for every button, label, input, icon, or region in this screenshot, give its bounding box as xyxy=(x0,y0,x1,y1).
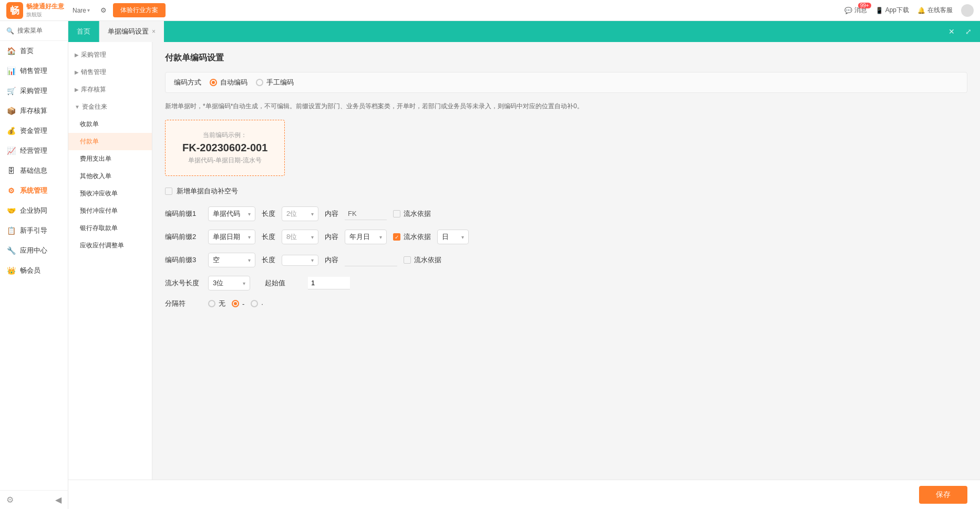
sidebar-item-operations[interactable]: 📈 经营管理 xyxy=(0,141,68,161)
sidebar-item-home[interactable]: 🏠 首页 xyxy=(0,41,68,61)
inventory-icon: 📦 xyxy=(6,106,16,116)
serial-length-row: 流水号长度 3位 ▾ 起始值 xyxy=(165,276,967,290)
chevron-down-icon9: ▾ xyxy=(248,257,251,263)
prefix1-label: 编码前缀1 xyxy=(165,209,202,219)
sidebar-item-finance[interactable]: 💰 资金管理 xyxy=(0,121,68,141)
prefix2-row: 编码前缀2 单据日期 ▾ 长度 8位 ▾ 内容 年月日 ▾ xyxy=(165,230,967,244)
operations-icon: 📈 xyxy=(6,146,16,155)
sec-group-inventory-title[interactable]: ▶ 库存核算 xyxy=(68,81,152,98)
sales-icon: 📊 xyxy=(6,66,16,76)
sep-dot-radio[interactable] xyxy=(251,300,258,307)
settings-bottom-icon[interactable]: ⚙ xyxy=(6,495,14,505)
chevron-down-icon2: ▼ xyxy=(75,104,80,110)
length2-select[interactable]: 8位 ▾ xyxy=(282,230,318,244)
sidebar-item-inventory[interactable]: 📦 库存核算 xyxy=(0,101,68,121)
length1-label: 长度 xyxy=(262,209,275,219)
sep-none-radio-item[interactable]: 无 xyxy=(208,299,225,308)
save-button[interactable]: 保存 xyxy=(919,486,967,504)
length1-select[interactable]: 2位 ▾ xyxy=(282,206,318,221)
prefix3-select[interactable]: 空 ▾ xyxy=(208,253,255,267)
sidebar: 🔍 搜索菜单 🏠 首页 📊 销售管理 🛒 采购管理 📦 库存核算 💰 资金管理 … xyxy=(0,21,68,509)
message-icon: 💬 xyxy=(844,7,852,14)
content1-input[interactable] xyxy=(345,207,387,220)
sep-none-radio[interactable] xyxy=(208,300,215,307)
topbar-right: 💬 消息 99+ 📱 App下载 🔔 在线客服 xyxy=(844,4,974,17)
sep-dash-symbol: - xyxy=(242,300,244,308)
sidebar-item-newguide[interactable]: 📋 新手引导 xyxy=(0,221,68,241)
serial-length-select[interactable]: 3位 ▾ xyxy=(208,276,250,290)
chevron-down-icon6: ▾ xyxy=(311,234,314,240)
content2-select[interactable]: 年月日 ▾ xyxy=(345,230,387,244)
sec-item-prepay-payable[interactable]: 预付冲应付单 xyxy=(68,202,152,220)
tab-close-icon[interactable]: × xyxy=(152,28,156,35)
sec-item-ar-ap-adjust[interactable]: 应收应付调整单 xyxy=(68,237,152,254)
sec-group-purchase-title[interactable]: ▶ 采购管理 xyxy=(68,46,152,64)
example-prefix-label: 当前编码示例： xyxy=(203,131,247,140)
sec-item-expense[interactable]: 费用支出单 xyxy=(68,150,152,168)
sidebar-item-base[interactable]: 🗄 基础信息 xyxy=(0,161,68,181)
serial2-checkbox-row: ✓ 流水依据 xyxy=(393,232,431,242)
length2-label: 长度 xyxy=(262,232,275,242)
system-icon: ⚙ xyxy=(6,186,16,195)
serial2-label: 流水依据 xyxy=(404,232,431,242)
sep-dash-radio-item[interactable]: - xyxy=(232,300,244,308)
manual-encode-radio[interactable] xyxy=(256,79,263,86)
serial1-checkbox[interactable] xyxy=(393,210,400,217)
tab-settings[interactable]: 单据编码设置 × xyxy=(99,21,164,42)
sidebar-item-enterprise[interactable]: 🤝 企业协同 xyxy=(0,201,68,221)
tab-home[interactable]: 首页 xyxy=(68,21,99,42)
save-bar: 保存 xyxy=(68,480,980,509)
sec-item-other-income[interactable]: 其他收入单 xyxy=(68,168,152,185)
sidebar-item-sales[interactable]: 📊 销售管理 xyxy=(0,61,68,81)
prefix1-select[interactable]: 单据代码 ▾ xyxy=(208,206,255,221)
sec-item-bank-deposit[interactable]: 银行存取款单 xyxy=(68,220,152,237)
radio-group-encode: 自动编码 手工编码 xyxy=(210,78,294,87)
serial2-checkbox[interactable]: ✓ xyxy=(393,233,400,241)
start-value-input[interactable] xyxy=(308,277,350,289)
length3-label: 长度 xyxy=(262,255,275,265)
tab-close-btn[interactable]: ✕ xyxy=(944,24,959,39)
autofill-checkbox[interactable] xyxy=(165,188,172,195)
prefix2-label: 编码前缀2 xyxy=(165,232,202,242)
serial2-period-select[interactable]: 日 ▾ xyxy=(437,230,469,244)
sec-item-payment[interactable]: 付款单 xyxy=(68,133,152,150)
sep-dot-radio-item[interactable]: · xyxy=(251,300,263,308)
message-badge: 99+ xyxy=(858,3,871,8)
sec-group-capital-title[interactable]: ▼ 资金往来 xyxy=(68,98,152,116)
collapse-icon[interactable]: ◀ xyxy=(55,495,61,505)
chevron-right-icon2: ▶ xyxy=(75,69,79,75)
member-icon: 👑 xyxy=(6,266,16,275)
chevron-down-icon3: ▾ xyxy=(248,211,251,217)
sidebar-item-member[interactable]: 👑 畅会员 xyxy=(0,261,68,281)
app-download-btn[interactable]: 📱 App下载 xyxy=(875,6,909,15)
encode-method-label: 编码方式 xyxy=(174,78,201,87)
length3-select[interactable]: ▾ xyxy=(282,255,318,266)
radio-auto-encode[interactable]: 自动编码 xyxy=(210,78,247,87)
serial-length-label: 流水号长度 xyxy=(165,278,202,288)
online-service-btn[interactable]: 🔔 在线客服 xyxy=(917,6,953,15)
auto-encode-radio[interactable] xyxy=(210,79,217,86)
example-code: FK-20230602-001 xyxy=(182,142,267,154)
serial3-checkbox[interactable] xyxy=(404,256,411,264)
sidebar-item-appcenter[interactable]: 🔧 应用中心 xyxy=(0,241,68,261)
content3-input[interactable] xyxy=(345,254,397,266)
radio-manual-encode[interactable]: 手工编码 xyxy=(256,78,294,87)
trial-button[interactable]: 体验行业方案 xyxy=(113,3,166,17)
serial3-label: 流水依据 xyxy=(414,255,441,265)
sidebar-item-system[interactable]: ⚙ 系统管理 xyxy=(0,181,68,201)
sidebar-search[interactable]: 🔍 搜索菜单 xyxy=(0,21,68,41)
content2-label: 内容 xyxy=(325,232,338,242)
sec-item-prepay-receivable[interactable]: 预收冲应收单 xyxy=(68,185,152,202)
sec-item-receipt[interactable]: 收款单 xyxy=(68,116,152,133)
nav-dropdown[interactable]: Nare ▾ xyxy=(68,5,94,16)
chevron-down-icon7: ▾ xyxy=(379,234,382,240)
appcenter-icon: 🔧 xyxy=(6,246,16,255)
avatar[interactable] xyxy=(961,4,974,17)
sep-dash-radio[interactable] xyxy=(232,300,239,307)
prefix2-select[interactable]: 单据日期 ▾ xyxy=(208,230,255,244)
tab-expand-btn[interactable]: ⤢ xyxy=(961,24,976,39)
sec-group-sales-title[interactable]: ▶ 销售管理 xyxy=(68,64,152,81)
sidebar-item-purchase[interactable]: 🛒 采购管理 xyxy=(0,81,68,101)
settings-icon[interactable]: ⚙ xyxy=(96,3,111,18)
messages-btn[interactable]: 💬 消息 99+ xyxy=(844,6,867,15)
